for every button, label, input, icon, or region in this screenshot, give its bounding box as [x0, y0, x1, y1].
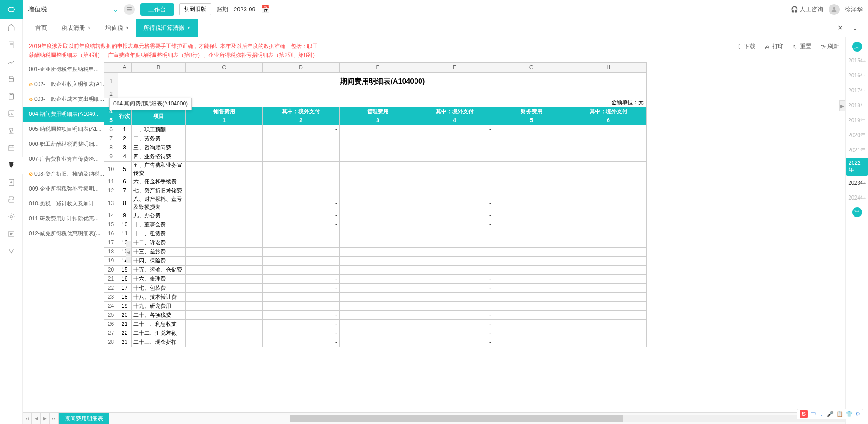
year-item[interactable]: 2021年: [848, 143, 866, 158]
form-nav-item[interactable]: 001-企业所得税年度纳税申...: [23, 62, 104, 77]
data-cell[interactable]: [493, 283, 570, 292]
row-header[interactable]: 6: [104, 125, 118, 134]
download-button[interactable]: ⇩下载: [737, 43, 755, 51]
data-cell[interactable]: [570, 186, 647, 195]
data-cell[interactable]: [493, 338, 570, 347]
data-cell[interactable]: [340, 177, 416, 186]
form-nav-item[interactable]: 009-企业所得税弥补亏损明...: [23, 181, 104, 196]
data-cell[interactable]: [570, 134, 647, 143]
data-cell[interactable]: -: [263, 283, 340, 292]
data-cell[interactable]: [493, 143, 570, 152]
row-header[interactable]: 18: [104, 247, 118, 256]
tab-税表清册[interactable]: 税表清册×: [54, 19, 98, 37]
tab-首页[interactable]: 首页: [28, 19, 54, 37]
nav-v-icon[interactable]: [0, 243, 23, 260]
data-cell[interactable]: [186, 310, 263, 319]
data-cell[interactable]: [493, 256, 570, 265]
ime-item[interactable]: ⚙: [855, 411, 860, 417]
data-cell[interactable]: [493, 186, 570, 195]
form-nav-item[interactable]: 010-免税、减计收入及加计...: [23, 196, 104, 211]
data-cell[interactable]: [570, 256, 647, 265]
data-cell[interactable]: [416, 134, 493, 143]
data-cell[interactable]: [263, 301, 340, 310]
data-cell[interactable]: [570, 125, 647, 134]
data-cell[interactable]: [263, 177, 340, 186]
data-cell[interactable]: -: [263, 220, 340, 229]
data-cell[interactable]: [340, 256, 416, 265]
nav-export-icon[interactable]: [0, 174, 23, 191]
data-cell[interactable]: [416, 292, 493, 301]
data-cell[interactable]: [493, 247, 570, 256]
data-cell[interactable]: [570, 329, 647, 338]
close-icon[interactable]: ×: [126, 25, 129, 31]
tax-type-dropdown[interactable]: 增值税 ⌄: [28, 5, 118, 14]
data-cell[interactable]: -: [263, 319, 340, 329]
data-cell[interactable]: -: [416, 125, 493, 134]
data-cell[interactable]: -: [416, 329, 493, 338]
data-cell[interactable]: [493, 274, 570, 283]
row-header[interactable]: 12: [104, 186, 118, 195]
data-cell[interactable]: [570, 220, 647, 229]
data-cell[interactable]: [186, 229, 263, 238]
data-cell[interactable]: [493, 301, 570, 310]
data-cell[interactable]: [340, 265, 416, 274]
data-cell[interactable]: [340, 186, 416, 195]
data-cell[interactable]: [340, 195, 416, 211]
data-cell[interactable]: [186, 195, 263, 211]
data-cell[interactable]: [570, 143, 647, 152]
calendar-icon[interactable]: 📅: [261, 5, 270, 14]
data-cell[interactable]: [186, 238, 263, 247]
close-icon[interactable]: ×: [187, 25, 190, 31]
data-cell[interactable]: [570, 338, 647, 347]
list-icon[interactable]: ☰: [124, 4, 135, 15]
close-all-tabs[interactable]: ✕: [833, 19, 848, 37]
data-cell[interactable]: [340, 310, 416, 319]
data-cell[interactable]: [186, 301, 263, 310]
data-cell[interactable]: [263, 265, 340, 274]
data-cell[interactable]: [263, 292, 340, 301]
form-nav-item[interactable]: 007-广告费和业务宣传费跨...: [23, 152, 104, 167]
data-cell[interactable]: -: [416, 319, 493, 329]
data-cell[interactable]: [186, 161, 263, 177]
workspace-button[interactable]: 工作台: [140, 3, 174, 16]
column-header[interactable]: F: [416, 62, 493, 72]
year-scroll-down[interactable]: ︾: [852, 207, 862, 217]
data-cell[interactable]: [186, 329, 263, 338]
year-item[interactable]: 2016年: [848, 68, 866, 83]
form-nav-item[interactable]: 012-减免所得税优惠明细表(...: [23, 226, 104, 241]
avatar[interactable]: [829, 4, 840, 15]
data-cell[interactable]: [493, 134, 570, 143]
data-cell[interactable]: [340, 274, 416, 283]
data-cell[interactable]: [416, 256, 493, 265]
data-cell[interactable]: [263, 134, 340, 143]
data-cell[interactable]: -: [263, 195, 340, 211]
data-cell[interactable]: [340, 338, 416, 347]
data-cell[interactable]: [570, 274, 647, 283]
data-cell[interactable]: [570, 211, 647, 220]
column-header[interactable]: H: [570, 62, 647, 72]
data-cell[interactable]: [263, 161, 340, 177]
data-cell[interactable]: [340, 211, 416, 220]
data-cell[interactable]: [340, 283, 416, 292]
horizontal-scrollbar[interactable]: [290, 415, 845, 422]
data-cell[interactable]: [340, 238, 416, 247]
data-cell[interactable]: [186, 125, 263, 134]
data-cell[interactable]: [416, 265, 493, 274]
year-item[interactable]: 2020年: [848, 128, 866, 143]
row-header[interactable]: 28: [104, 338, 118, 347]
nav-home-icon[interactable]: [0, 19, 23, 36]
year-item[interactable]: 2022年: [846, 158, 868, 176]
data-cell[interactable]: -: [263, 310, 340, 319]
data-cell[interactable]: [186, 292, 263, 301]
nav-money-icon[interactable]: [0, 71, 23, 88]
data-cell[interactable]: [493, 229, 570, 238]
column-header[interactable]: G: [493, 62, 570, 72]
data-cell[interactable]: [186, 338, 263, 347]
row-header[interactable]: 24: [104, 301, 118, 310]
data-cell[interactable]: [340, 292, 416, 301]
print-button[interactable]: 🖨打印: [764, 43, 784, 51]
data-cell[interactable]: [493, 195, 570, 211]
data-cell[interactable]: [340, 229, 416, 238]
year-item[interactable]: 2015年: [848, 53, 866, 68]
data-cell[interactable]: -: [416, 274, 493, 283]
